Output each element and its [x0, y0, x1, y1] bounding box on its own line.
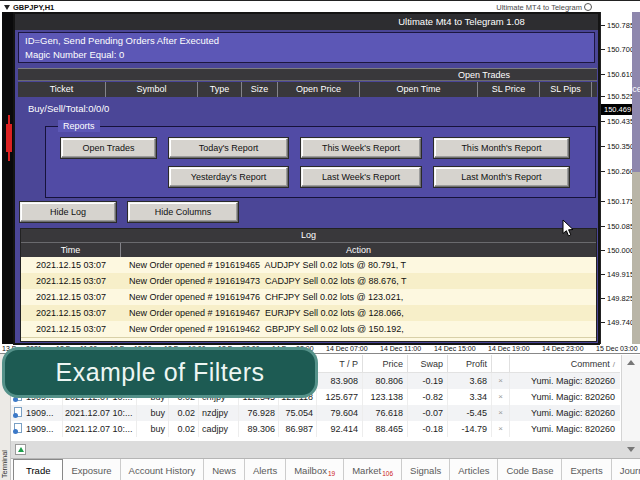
order-sl: 86.987 — [279, 421, 317, 437]
order-document-icon — [14, 407, 22, 417]
tab-code-base[interactable]: Code Base — [498, 459, 562, 480]
time-tick: 14 Dec 11:00 — [380, 345, 421, 352]
order-symbol: cadjpy — [199, 421, 239, 437]
close-order-icon[interactable]: × — [492, 421, 510, 437]
order-open-price: 89.306 — [239, 421, 279, 437]
tab-signals[interactable]: Signals — [402, 459, 450, 480]
order-tp: 83.908 — [317, 373, 363, 389]
col-tp-price: TP Price — [592, 82, 640, 97]
terminal-scrollbar[interactable] — [621, 355, 640, 441]
order-comment: Yumi. Magic: 820260 — [510, 389, 619, 405]
tab-exposure[interactable]: Exposure — [63, 459, 120, 480]
col-type: Type — [198, 82, 242, 97]
open-trades-title-bar: Open Trades — [18, 68, 597, 81]
trade-row[interactable]: 1909... 2021.12.07 10:... buy 0.02 cadjp… — [11, 421, 620, 437]
order-size: 0.02 — [169, 421, 199, 437]
tab-experts[interactable]: Experts — [562, 459, 611, 480]
tab-label: Account History — [129, 465, 196, 476]
chevron-down-icon — [4, 5, 10, 10]
yesterdays-report-button[interactable]: Yesterday's Report — [169, 167, 288, 187]
price-tick: 150.610 — [607, 70, 634, 79]
time-tick: 14 Dec 15:00 — [434, 345, 476, 352]
price-tick: 150.085 — [607, 222, 634, 231]
log-time: 2021.12.15 03:07 — [21, 289, 121, 305]
log-row-clipped — [21, 337, 596, 342]
last-months-report-button[interactable]: Last Month's Report — [434, 167, 569, 187]
log-action: New Order opened # 191619462 GBPJPY Sell… — [121, 321, 596, 337]
window-edge-strip — [632, 12, 640, 344]
order-type: buy — [137, 421, 169, 437]
order-icon-cell — [11, 405, 25, 421]
order-comment: Yumi. Magic: 820260 — [510, 373, 619, 389]
order-profit: -14.79 — [448, 421, 492, 437]
tab-trade[interactable]: Trade — [13, 459, 63, 480]
log-time: 2021.12.15 03:07 — [21, 321, 121, 337]
price-tick: 149.740 — [607, 318, 634, 327]
tab-articles[interactable]: Articles — [450, 459, 498, 480]
order-comment: Yumi. Magic: 820260 — [510, 405, 619, 421]
close-order-icon[interactable]: × — [492, 405, 510, 421]
header-comment-text: Comment — [571, 359, 610, 369]
price-tick: 150.260 — [607, 167, 634, 176]
log-row: 2021.12.15 03:07 New Order opened # 1916… — [21, 321, 596, 337]
ea-panel: Ultimate Mt4 to Telegram 1.08 ID=Gen, Se… — [13, 12, 600, 345]
last-weeks-report-button[interactable]: Last Week's Report — [301, 167, 421, 187]
order-size: 0.02 — [169, 405, 199, 421]
order-number: 1909... — [25, 405, 63, 421]
header-tp[interactable]: T / P — [317, 355, 363, 372]
order-number: 1909... — [25, 421, 63, 437]
order-open-price: 76.928 — [239, 405, 279, 421]
log-action: New Order opened # 191619473 CADJPY Sell… — [121, 273, 596, 289]
this-weeks-report-button[interactable]: This Week's Report — [301, 138, 421, 158]
tab-mailbox[interactable]: Mailbox19 — [286, 459, 344, 480]
open-trades-button[interactable]: Open Trades — [61, 138, 156, 158]
tab-journal[interactable]: Journal — [612, 459, 640, 480]
col-sl-pips: SL Pips — [540, 82, 592, 97]
order-price: 88.465 — [363, 421, 408, 437]
close-order-icon[interactable]: × — [492, 389, 510, 405]
header-comment[interactable]: Comment/ — [510, 355, 619, 372]
order-time: 2021.12.07 10:... — [63, 405, 137, 421]
price-tick: 150.785 — [607, 21, 634, 30]
buy-sell-total-summary: Buy/Sell/Total:0/0/0 — [28, 103, 109, 114]
header-swap[interactable]: Swap — [408, 355, 448, 372]
close-order-icon[interactable]: × — [492, 373, 510, 389]
tab-account-history[interactable]: Account History — [121, 459, 205, 480]
scroll-down-button[interactable] — [624, 443, 638, 456]
order-tp: 125.677 — [317, 389, 363, 405]
time-tick: 14 Dec 19:00 — [488, 345, 530, 352]
candle-body — [6, 124, 12, 152]
ea-smiley-icon[interactable] — [584, 3, 592, 11]
header-price[interactable]: Price — [363, 355, 408, 372]
price-tick: 150.435 — [607, 117, 634, 126]
col-size: Size — [242, 82, 278, 97]
current-price-marker: 150.469 — [601, 104, 633, 115]
reports-legend: Reports — [58, 120, 100, 132]
hide-columns-button[interactable]: Hide Columns — [128, 202, 238, 222]
chart-tab[interactable]: GBPJPY,H1 — [4, 3, 54, 12]
col-open-time: Open Time — [360, 82, 478, 97]
order-tp: 92.414 — [317, 421, 363, 437]
log-action: New Order opened # 191619465 AUDJPY Sell… — [121, 257, 596, 273]
time-tick: 14 Dec 23:00 — [542, 345, 584, 352]
order-swap: -0.19 — [408, 373, 448, 389]
log-row: 2021.12.15 03:07 New Order opened # 1916… — [21, 289, 596, 305]
price-tick: 149.825 — [607, 294, 634, 303]
tab-market[interactable]: Market106 — [344, 459, 402, 480]
order-swap: -0.07 — [408, 405, 448, 421]
order-sl: 75.054 — [279, 405, 317, 421]
log-time: 2021.12.15 03:07 — [21, 273, 121, 289]
this-months-report-button[interactable]: This Month's Report — [434, 138, 569, 158]
chart-background-sliver — [2, 12, 13, 344]
price-axis: 150.785 150.700 150.610 150.525 150.435 … — [600, 12, 632, 344]
tab-alerts[interactable]: Alerts — [245, 459, 286, 480]
order-swap: -0.18 — [408, 421, 448, 437]
todays-report-button[interactable]: Today's Report — [169, 138, 288, 158]
ea-info-line1: ID=Gen, Send Pending Orders After Execut… — [25, 34, 594, 48]
trade-row[interactable]: 1909... 2021.12.07 10:... buy 0.02 nzdjp… — [11, 405, 620, 421]
scroll-up-icon[interactable] — [627, 360, 635, 365]
header-profit[interactable]: Profit — [448, 355, 492, 372]
mailbox-count-badge: 19 — [328, 470, 335, 477]
tab-news[interactable]: News — [204, 459, 245, 480]
hide-log-button[interactable]: Hide Log — [20, 202, 116, 222]
